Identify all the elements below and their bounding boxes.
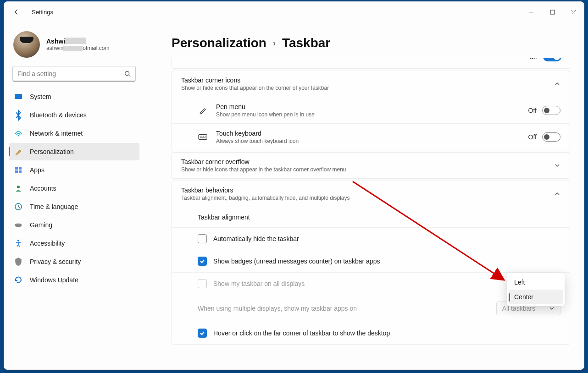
card-title: Taskbar behaviors (181, 186, 350, 194)
system-icon (14, 93, 22, 101)
settings-content: On Taskbar corner icons Show or hide ico… (144, 58, 584, 369)
nav-label: Accounts (30, 185, 56, 192)
nav-label: Bluetooth & devices (30, 111, 87, 119)
redacted-block (65, 38, 86, 44)
card-title: Taskbar corner icons (181, 77, 329, 84)
svg-point-8 (17, 186, 20, 188)
minimize-button[interactable] (521, 5, 542, 19)
all-displays-checkbox (198, 279, 207, 288)
sidebar-item-time[interactable]: Time & language (9, 198, 139, 215)
svg-point-3 (18, 135, 19, 137)
card-title: Taskbar corner overflow (181, 158, 346, 165)
row-sub: Always show touch keyboard icon (216, 138, 528, 144)
badges-row[interactable]: Show badges (unread messages counter) on… (172, 250, 570, 272)
nav-label: Network & internet (30, 130, 83, 137)
chevron-up-icon (554, 81, 560, 87)
svg-point-1 (125, 71, 129, 75)
user-email: ashwinotmail.com (46, 45, 109, 51)
alignment-label: Taskbar alignment (198, 214, 250, 221)
behaviors-header[interactable]: Taskbar behaviors Taskbar alignment, bad… (172, 181, 570, 207)
nav-label: Gaming (30, 221, 52, 229)
hover-corner-row[interactable]: Hover or click on the far corner of task… (172, 322, 570, 344)
svg-rect-6 (15, 170, 18, 173)
sidebar-item-update[interactable]: Windows Update (9, 271, 139, 289)
nav-list: System Bluetooth & devices Network & int… (7, 88, 141, 289)
accounts-icon (14, 184, 22, 192)
chevron-up-icon (554, 191, 560, 197)
nav-label: Personalization (30, 148, 74, 155)
sidebar-item-network[interactable]: Network & internet (9, 125, 139, 142)
touch-keyboard-row: Touch keyboard Always show touch keyboar… (172, 123, 570, 150)
titlebar: Settings (4, 2, 584, 22)
svg-rect-4 (15, 167, 18, 170)
sidebar-item-system[interactable]: System (9, 88, 139, 105)
corner-icons-header[interactable]: Taskbar corner icons Show or hide icons … (172, 71, 570, 97)
auto-hide-row[interactable]: Automatically hide the taskbar (172, 227, 570, 250)
nav-label: Apps (30, 166, 44, 174)
search-input[interactable] (17, 70, 124, 77)
card-sub: Taskbar alignment, badging, automaticall… (181, 195, 350, 201)
auto-hide-checkbox[interactable] (198, 234, 207, 243)
card-sub: Show or hide icons that appear in the ta… (181, 166, 346, 173)
sidebar-item-apps[interactable]: Apps (9, 161, 139, 179)
app-title: Settings (32, 9, 53, 16)
nav-label: Privacy & security (30, 258, 81, 265)
search-box[interactable] (12, 66, 136, 82)
sidebar-item-personalization[interactable]: Personalization (9, 143, 139, 160)
pen-icon (198, 105, 208, 115)
svg-rect-10 (15, 223, 22, 226)
sidebar-item-accessibility[interactable]: Accessibility (9, 235, 139, 252)
settings-window: Settings Ashwi ashwinotmail.com (4, 1, 584, 370)
overflow-header[interactable]: Taskbar corner overflow Show or hide ico… (172, 153, 570, 178)
widgets-toggle[interactable] (543, 58, 561, 61)
overflow-card: Taskbar corner overflow Show or hide ico… (172, 152, 570, 179)
toggle-label: Off (528, 133, 537, 141)
breadcrumb: Personalization › Taskbar (144, 22, 584, 58)
maximize-button[interactable] (542, 5, 563, 19)
sidebar: Ashwi ashwinotmail.com System (4, 22, 144, 369)
alignment-row: Taskbar alignment (172, 207, 570, 227)
alignment-option-left[interactable]: Left (509, 275, 563, 290)
touch-toggle[interactable] (542, 132, 560, 142)
keyboard-icon (198, 132, 208, 142)
breadcrumb-current: Taskbar (282, 36, 330, 50)
pen-toggle[interactable] (542, 106, 560, 115)
user-profile[interactable]: Ashwi ashwinotmail.com (7, 25, 141, 66)
nav-label: System (30, 93, 51, 100)
nav-label: Accessibility (30, 240, 65, 247)
svg-rect-2 (15, 94, 22, 99)
widgets-row-partial[interactable]: On (172, 58, 570, 69)
personalization-icon (14, 148, 22, 156)
hover-corner-checkbox[interactable] (198, 329, 207, 338)
nav-label: Time & language (30, 203, 78, 210)
card-sub: Show or hide icons that appear on the co… (181, 85, 329, 91)
badges-checkbox[interactable] (198, 257, 207, 266)
row-sub: Show pen menu icon when pen is in use (216, 111, 528, 118)
pen-menu-row: Pen menu Show pen menu icon when pen is … (172, 97, 570, 123)
svg-rect-7 (19, 170, 22, 173)
accessibility-icon (14, 239, 22, 247)
sidebar-item-gaming[interactable]: Gaming (9, 216, 139, 234)
check-label: Automatically hide the taskbar (213, 235, 299, 242)
alignment-dropdown[interactable]: Left Center (507, 273, 565, 306)
check-label: Show badges (unread messages counter) on… (213, 258, 380, 265)
alignment-option-center[interactable]: Center (509, 290, 563, 304)
corner-icons-card: Taskbar corner icons Show or hide icons … (172, 71, 570, 150)
user-name: Ashwi (46, 38, 109, 45)
chevron-down-icon (554, 162, 560, 169)
search-icon (124, 71, 131, 77)
sidebar-item-bluetooth[interactable]: Bluetooth & devices (9, 106, 139, 124)
chevron-right-icon: › (273, 38, 276, 48)
toggle-label: On (529, 58, 538, 60)
update-icon (14, 276, 22, 284)
row-title: Touch keyboard (216, 130, 528, 137)
nav-label: Windows Update (30, 276, 78, 284)
sidebar-item-accounts[interactable]: Accounts (9, 180, 139, 197)
apps-icon (14, 166, 22, 174)
breadcrumb-parent[interactable]: Personalization (172, 36, 266, 50)
bluetooth-icon (14, 111, 22, 119)
close-button[interactable] (563, 5, 584, 19)
back-button[interactable] (12, 8, 21, 16)
multi-display-label: When using multiple displays, show my ta… (198, 305, 357, 312)
sidebar-item-privacy[interactable]: Privacy & security (9, 253, 139, 270)
